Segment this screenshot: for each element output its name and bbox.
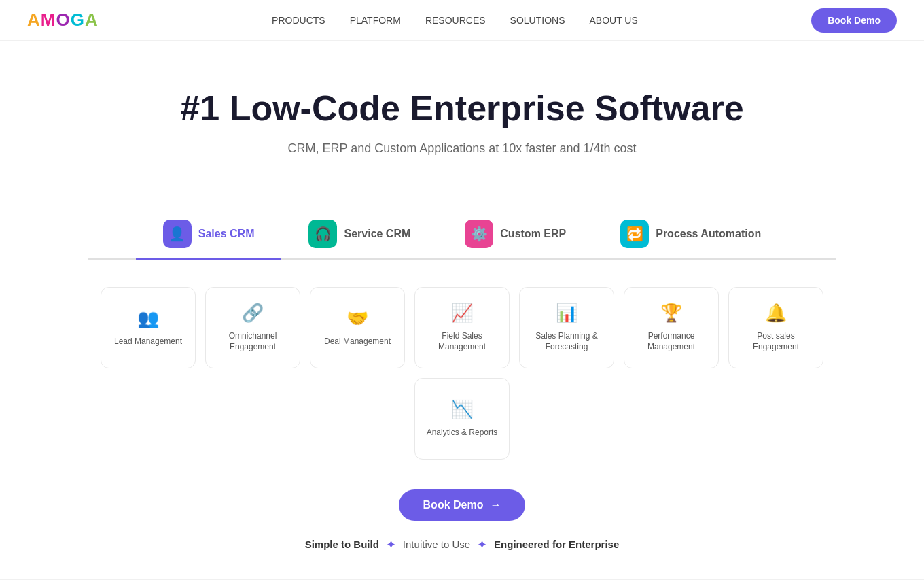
lead-mgmt-icon: 👥 (137, 308, 159, 329)
tagline-separator-2: ✦ (477, 537, 487, 552)
tab-service-crm[interactable]: 🎧 Service CRM (281, 210, 438, 260)
feature-post-sales[interactable]: 🔔 Post sales Engagement (728, 287, 823, 368)
nav-platform[interactable]: PLATFORM (350, 15, 401, 26)
logo: AMOGA (27, 10, 99, 31)
hero-section: #1 Low-Code Enterprise Software CRM, ERP… (0, 41, 924, 176)
feature-deal-mgmt[interactable]: 🤝 Deal Management (310, 287, 405, 368)
tab-custom-erp[interactable]: ⚙️ Custom ERP (438, 210, 593, 260)
tagline-part-1: Simple to Build (305, 538, 379, 550)
hero-title: #1 Low-Code Enterprise Software (14, 88, 910, 129)
omnichannel-icon: 🔗 (242, 303, 264, 324)
post-sales-label: Post sales Engagement (736, 330, 816, 354)
field-sales-icon: 📈 (451, 303, 473, 324)
cta-arrow: → (490, 499, 501, 511)
feature-field-sales[interactable]: 📈 Field Sales Management (414, 287, 510, 368)
logo-m: M (41, 10, 56, 30)
tagline-part-2: Intuitive to Use (403, 538, 470, 550)
lead-mgmt-label: Lead Management (114, 336, 182, 347)
tab-service-crm-icon: 🎧 (308, 220, 337, 248)
post-sales-icon: 🔔 (765, 303, 787, 324)
logo-o: O (56, 10, 70, 30)
logo-a2: A (85, 10, 99, 30)
sales-planning-icon: 📊 (556, 303, 578, 324)
nav-links: PRODUCTS PLATFORM RESOURCES SOLUTIONS AB… (272, 15, 638, 26)
hero-subtitle: CRM, ERP and Custom Applications at 10x … (14, 141, 910, 156)
nav-products[interactable]: PRODUCTS (272, 15, 325, 26)
omnichannel-label: Omnichannel Engagement (213, 330, 293, 354)
tab-service-crm-label: Service CRM (344, 228, 410, 240)
nav-solutions[interactable]: SOLUTIONS (510, 15, 565, 26)
hero-book-demo-button[interactable]: Book Demo → (399, 489, 526, 521)
tab-sales-crm[interactable]: 👤 Sales CRM (136, 210, 282, 260)
logos-section: UQUIFAᵒᵒ CreditAccessGrameen CREDABLE NO… (0, 579, 924, 584)
analytics-label: Analytics & Reports (427, 427, 498, 439)
tagline-part-3: Engineered for Enterprise (494, 538, 619, 550)
nav-book-demo-button[interactable]: Book Demo (811, 8, 897, 33)
navbar: AMOGA PRODUCTS PLATFORM RESOURCES SOLUTI… (0, 0, 924, 41)
deal-mgmt-icon: 🤝 (346, 308, 368, 329)
tab-process-automation[interactable]: 🔁 Process Automation (593, 210, 788, 260)
feature-cards: 👥 Lead Management 🔗 Omnichannel Engageme… (41, 287, 883, 460)
tab-process-automation-icon: 🔁 (620, 220, 649, 248)
tagline-separator-1: ✦ (386, 537, 396, 552)
feature-performance-mgmt[interactable]: 🏆 Performance Management (624, 287, 719, 368)
deal-mgmt-label: Deal Management (324, 336, 391, 347)
nav-resources[interactable]: RESOURCES (425, 15, 486, 26)
performance-mgmt-label: Performance Management (631, 330, 711, 354)
logo-g: G (71, 10, 85, 30)
feature-lead-mgmt[interactable]: 👥 Lead Management (101, 287, 196, 368)
analytics-icon: 📉 (451, 399, 473, 420)
sales-planning-label: Sales Planning & Forecasting (527, 330, 607, 354)
feature-omnichannel[interactable]: 🔗 Omnichannel Engagement (205, 287, 300, 368)
nav-about[interactable]: ABOUT US (589, 15, 637, 26)
feature-analytics[interactable]: 📉 Analytics & Reports (414, 378, 510, 460)
tab-custom-erp-label: Custom ERP (500, 228, 566, 240)
cta-section: Book Demo → (0, 489, 924, 521)
feature-sales-planning[interactable]: 📊 Sales Planning & Forecasting (519, 287, 614, 368)
tab-sales-crm-label: Sales CRM (198, 228, 255, 240)
field-sales-label: Field Sales Management (422, 330, 502, 354)
tagline-section: Simple to Build ✦ Intuitive to Use ✦ Eng… (0, 537, 924, 552)
logo-a1: A (27, 10, 41, 30)
tab-sales-crm-icon: 👤 (163, 220, 192, 248)
product-tabs: 👤 Sales CRM 🎧 Service CRM ⚙️ Custom ERP … (88, 210, 836, 260)
performance-mgmt-icon: 🏆 (660, 303, 682, 324)
tab-custom-erp-icon: ⚙️ (465, 220, 493, 248)
cta-label: Book Demo (423, 499, 484, 511)
tab-process-automation-label: Process Automation (656, 228, 761, 240)
